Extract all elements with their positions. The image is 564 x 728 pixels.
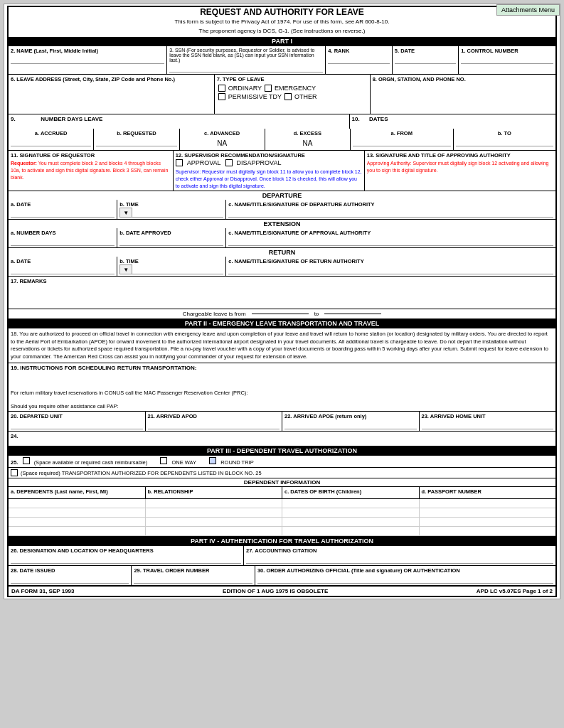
part1-header: PART I bbox=[9, 37, 555, 46]
dep-col-a: a. DEPENDENTS (Last name, First, MI) bbox=[9, 487, 146, 498]
row-name-ssn: 2. NAME (Last, First, Middle Initial) 3.… bbox=[9, 46, 555, 74]
field-ext-dateapproved[interactable] bbox=[119, 237, 223, 246]
field-accrued[interactable] bbox=[11, 138, 91, 146]
cell-arrived-home: 23. ARRIVED HOME UNIT bbox=[420, 412, 556, 431]
cell-9-header: 9. NUMBER DAYS LEAVE bbox=[9, 114, 350, 129]
dep-cell-3a[interactable] bbox=[9, 518, 146, 526]
field-requested[interactable] bbox=[96, 138, 176, 146]
chargeable-from-field[interactable] bbox=[252, 314, 309, 314]
field-27[interactable] bbox=[246, 555, 553, 564]
dep-cell-1a[interactable] bbox=[9, 499, 146, 508]
dep-cell-2a[interactable] bbox=[9, 508, 146, 517]
cell-name: 2. NAME (Last, First, Middle Initial) bbox=[9, 46, 167, 74]
field-dep-time[interactable] bbox=[119, 209, 223, 218]
row-26-27: 26. DESIGNATION AND LOCATION OF HEADQUAR… bbox=[9, 545, 555, 565]
field-ret-time[interactable] bbox=[119, 266, 223, 274]
dep-cell-4a[interactable] bbox=[9, 527, 146, 535]
label-10: 10. DATES bbox=[352, 116, 388, 122]
ret-time-dropdown[interactable]: ▼ bbox=[119, 264, 132, 274]
checkbox-ordinary[interactable] bbox=[218, 85, 225, 92]
checkbox-emergency[interactable] bbox=[265, 85, 272, 92]
field-30[interactable] bbox=[257, 575, 553, 584]
field-arrived-apoe[interactable] bbox=[284, 421, 417, 429]
field-ret-date[interactable] bbox=[11, 266, 115, 274]
checkbox-transport[interactable] bbox=[11, 469, 18, 476]
field-ssn[interactable] bbox=[169, 64, 323, 73]
field-remarks[interactable] bbox=[11, 286, 553, 307]
cell-control: 1. CONTROL NUMBER bbox=[459, 46, 555, 74]
cell-ext-numdays: a. NUMBER DAYS bbox=[9, 228, 117, 247]
checkbox-other[interactable] bbox=[284, 93, 292, 100]
field-18-text: 18. You are authorized to proceed on off… bbox=[9, 328, 555, 363]
page-wrapper: Attachments Menu REQUEST AND AUTHORITY F… bbox=[4, 4, 560, 599]
field-rank[interactable] bbox=[328, 55, 389, 64]
field-from[interactable] bbox=[353, 138, 451, 146]
dep-row-2 bbox=[9, 508, 555, 518]
field-ext-authority[interactable] bbox=[228, 237, 553, 246]
dep-info-header: DEPENDENT INFORMATION bbox=[9, 478, 555, 486]
checkbox-space-avail[interactable] bbox=[23, 457, 30, 466]
field-mac[interactable] bbox=[11, 396, 553, 400]
label-dep-a: a. DEPENDENTS (Last name, First, MI) bbox=[11, 488, 143, 495]
checkbox-disapproval[interactable] bbox=[225, 159, 233, 166]
dep-row-4 bbox=[9, 527, 555, 536]
field-arrived-apod[interactable] bbox=[148, 421, 280, 429]
dep-cell-2b[interactable] bbox=[146, 508, 283, 517]
requestor-bold: Requestor: bbox=[11, 161, 37, 166]
dep-time-dropdown[interactable]: ▼ bbox=[119, 208, 132, 218]
field-control[interactable] bbox=[461, 55, 553, 64]
chargeable-to-field[interactable] bbox=[324, 314, 381, 314]
field-28[interactable] bbox=[11, 575, 129, 584]
cell-date: 5. DATE bbox=[393, 46, 459, 74]
label-to: b. TO bbox=[456, 130, 554, 136]
label-sig-approving: 13. SIGNATURE AND TITLE OF APPROVING AUT… bbox=[367, 152, 553, 159]
form-subtitle2: The proponent agency is DCS, G-1. (See i… bbox=[9, 28, 555, 34]
cell-leave-address: 6. LEAVE ADDRESS (Street, City, State, Z… bbox=[9, 75, 215, 114]
dep-cell-2d[interactable] bbox=[420, 508, 556, 517]
field-ext-numdays[interactable] bbox=[11, 237, 115, 246]
field-dep-date[interactable] bbox=[11, 209, 115, 218]
label-29: 29. TRAVEL ORDER NUMBER bbox=[134, 567, 252, 574]
dep-cell-3b[interactable] bbox=[146, 518, 283, 526]
field-dep-authority[interactable] bbox=[228, 209, 553, 218]
label-25: 25. bbox=[11, 459, 18, 466]
field-26[interactable] bbox=[11, 555, 241, 564]
label-remarks: 17. REMARKS bbox=[11, 278, 553, 284]
label-27: 27. ACCOUNTING CITATION bbox=[246, 547, 553, 554]
checkbox-permissive[interactable] bbox=[218, 93, 225, 100]
dep-col-b: b. RELATIONSHIP bbox=[146, 487, 283, 498]
cell-to: b. TO bbox=[454, 129, 556, 150]
label-dep-b: b. RELATIONSHIP bbox=[148, 488, 280, 495]
dep-cell-1d[interactable] bbox=[420, 499, 556, 508]
extension-header: EXTENSION bbox=[9, 219, 555, 228]
field-19[interactable] bbox=[11, 371, 553, 385]
field-orgn[interactable] bbox=[373, 84, 553, 112]
field-arrived-home[interactable] bbox=[422, 421, 554, 429]
field-departed-unit[interactable] bbox=[11, 421, 143, 429]
dep-cell-1c[interactable] bbox=[282, 499, 420, 508]
dep-cell-4d[interactable] bbox=[420, 527, 556, 535]
field-date[interactable] bbox=[395, 55, 456, 64]
dep-cell-3c[interactable] bbox=[282, 518, 420, 526]
checkbox-oneway[interactable] bbox=[160, 459, 169, 466]
dep-cell-2c[interactable] bbox=[282, 508, 420, 517]
checkbox-approval[interactable] bbox=[176, 159, 183, 166]
field-to[interactable] bbox=[456, 138, 554, 146]
attachments-menu-button[interactable]: Attachments Menu bbox=[496, 4, 560, 16]
dep-cell-4b[interactable] bbox=[146, 527, 283, 535]
part4-header: PART IV - AUTHENTICATION FOR TRAVEL AUTH… bbox=[9, 536, 555, 545]
dep-cell-3d[interactable] bbox=[420, 518, 556, 526]
label-ret-date: a. DATE bbox=[11, 258, 115, 264]
checkbox-25b[interactable] bbox=[160, 457, 167, 464]
dep-cell-1b[interactable] bbox=[146, 499, 283, 508]
field-ret-authority[interactable] bbox=[228, 266, 553, 274]
label-rank: 4. RANK bbox=[328, 48, 389, 54]
footer-right: APD LC v5.07ES Page 1 of 2 bbox=[477, 588, 553, 594]
checkbox-25c[interactable] bbox=[209, 457, 216, 464]
field-name[interactable] bbox=[11, 55, 164, 64]
checkbox-25a[interactable] bbox=[23, 457, 30, 464]
field-29[interactable] bbox=[134, 575, 252, 584]
row-28-29-30: 28. DATE ISSUED 29. TRAVEL ORDER NUMBER … bbox=[9, 565, 555, 585]
dep-cell-4c[interactable] bbox=[282, 527, 420, 535]
field-leave-address[interactable] bbox=[11, 84, 212, 112]
